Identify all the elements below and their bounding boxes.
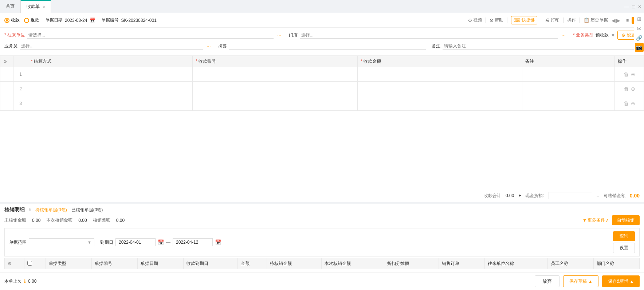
- row-2-remark[interactable]: [522, 82, 614, 96]
- summary-input[interactable]: [229, 43, 426, 50]
- verify-settings-button[interactable]: 设置: [613, 243, 635, 253]
- table-settings-icon[interactable]: ⚙: [3, 59, 7, 64]
- query-button[interactable]: 查询: [613, 231, 635, 241]
- summary-row: 收款合计 0.00 + 现金折扣: = 可核销金额 0.00: [0, 189, 644, 202]
- pending-tag[interactable]: 待核销单据(0笔): [35, 207, 67, 213]
- col-remark: 备注: [522, 56, 614, 67]
- row-2-delete-icon[interactable]: 🗑: [624, 86, 629, 92]
- save-new-button[interactable]: 保存&新增 ▲: [602, 275, 640, 287]
- vcol-due-date: 收款到期日: [184, 258, 238, 269]
- range-select[interactable]: [29, 238, 94, 246]
- toolbar-action[interactable]: 操作: [567, 17, 576, 23]
- view-list-icon[interactable]: ≡: [624, 17, 631, 24]
- row-2-account[interactable]: [193, 82, 357, 96]
- save-draft-button[interactable]: 保存草稿 ▲: [563, 275, 598, 287]
- settings-gear-icon: ⚙: [621, 33, 625, 38]
- remark-input[interactable]: [443, 43, 640, 50]
- remark-label: 备注: [432, 43, 440, 49]
- sidebar-link-icon[interactable]: 🔗: [635, 34, 644, 42]
- toolbar-print[interactable]: 🖨 打印: [545, 17, 559, 23]
- row-3-account[interactable]: [193, 96, 357, 111]
- due-date-to-calendar-icon[interactable]: 📅: [215, 239, 221, 245]
- due-date-from-input[interactable]: [115, 238, 156, 246]
- tab-home[interactable]: 首页: [0, 0, 20, 13]
- bill-no-value: SK-20230324-001: [121, 18, 156, 23]
- nav-next-icon[interactable]: ▶: [616, 17, 620, 23]
- row-3-actions: 🗑 ⊕: [615, 96, 644, 111]
- close-icon[interactable]: ×: [638, 4, 641, 9]
- divider-3: [541, 17, 541, 23]
- row-2-amount[interactable]: [357, 82, 522, 96]
- row-3-remark[interactable]: [522, 96, 614, 111]
- due-date-from-calendar-icon[interactable]: 📅: [158, 239, 164, 245]
- counterparty-field: * 往来单位 ···: [4, 32, 283, 39]
- current-verify-label: 本次核销金额: [46, 217, 72, 223]
- radio-receive-label: 收款: [11, 17, 20, 23]
- row-3-settlement[interactable]: [28, 96, 193, 111]
- receipt-table-section: ⚙ 结算方式 收款账号 收款金额 备注 操作 1: [0, 56, 644, 189]
- save-new-arrow-icon: ▲: [630, 279, 634, 283]
- summary-field: 摘要: [218, 43, 426, 50]
- verify-info-icon[interactable]: ℹ: [29, 207, 31, 212]
- col-amount: 收款金额: [357, 56, 522, 67]
- nav-prev-icon[interactable]: ◀: [612, 17, 616, 23]
- sidebar-table-icon[interactable]: ⊞: [635, 15, 644, 23]
- business-type-dropdown-icon[interactable]: ▼: [611, 33, 615, 38]
- row-3-gear: [0, 96, 13, 111]
- counterparty-input[interactable]: [27, 32, 274, 39]
- counterparty-more-icon[interactable]: ···: [276, 32, 283, 38]
- row-1-account[interactable]: [193, 67, 357, 82]
- vcol-sales-order: 销售订单: [439, 258, 484, 269]
- row-1-delete-icon[interactable]: 🗑: [624, 71, 629, 77]
- tab-receipt-label: 收款单: [27, 4, 40, 10]
- bill-date-calendar-icon[interactable]: 📅: [89, 17, 95, 23]
- store-input[interactable]: [300, 32, 558, 39]
- row-3-amount[interactable]: [357, 96, 522, 111]
- store-more-icon[interactable]: ···: [560, 32, 567, 38]
- row-1-copy-icon[interactable]: ⊕: [631, 71, 635, 77]
- sidebar-mail-icon[interactable]: ✉: [635, 24, 644, 33]
- auto-verify-button[interactable]: 自动核销: [612, 215, 640, 225]
- done-tag[interactable]: 已核销单据(0笔): [71, 207, 103, 213]
- toolbar-shortcut[interactable]: ⌨ 快捷键: [511, 16, 537, 24]
- verify-table-settings-icon[interactable]: ⚙: [8, 261, 12, 266]
- row-1-num: 1: [13, 67, 28, 82]
- discount-input[interactable]: [549, 192, 592, 199]
- minimize-icon[interactable]: —: [624, 4, 629, 9]
- tab-close-icon[interactable]: ×: [43, 5, 45, 9]
- maximize-icon[interactable]: □: [632, 4, 635, 9]
- row-1-amount[interactable]: [357, 67, 522, 82]
- row-3-num: 3: [13, 96, 28, 111]
- verify-stats: 未核销金额 0.00 本次核销金额 0.00 核销差额 0.00 ▼ 更多条件 …: [4, 215, 640, 225]
- row-1-settlement[interactable]: [28, 67, 193, 82]
- sidebar-camera-icon[interactable]: 📷: [635, 43, 644, 52]
- verify-select-all-checkbox[interactable]: [27, 261, 32, 266]
- row-3-copy-icon[interactable]: ⊕: [631, 101, 635, 106]
- plus-sign: +: [518, 193, 521, 198]
- footer-info-icon[interactable]: ℹ: [24, 279, 26, 284]
- abandon-button[interactable]: 放弃: [535, 275, 559, 287]
- footer-right: 放弃 保存草稿 ▲ 保存&新增 ▲: [535, 275, 640, 287]
- save-draft-label: 保存草稿: [569, 278, 587, 285]
- row-1-remark[interactable]: [522, 67, 614, 82]
- toolbar-video[interactable]: ⊙ 视频: [468, 17, 482, 23]
- vcol-staff: 员工名称: [547, 258, 593, 269]
- table-row: 3 🗑 ⊕: [0, 96, 644, 111]
- radio-refund[interactable]: 退款: [24, 17, 39, 23]
- staff-label: 业务员: [4, 43, 17, 49]
- tab-receipt[interactable]: 收款单 ×: [20, 0, 51, 13]
- col-account: 收款账号: [193, 56, 357, 67]
- staff-more-icon[interactable]: ···: [205, 43, 212, 49]
- row-2-copy-icon[interactable]: ⊕: [631, 86, 635, 92]
- staff-input[interactable]: [20, 43, 203, 50]
- toolbar-history[interactable]: 📋 历史单据: [584, 17, 608, 23]
- row-3-delete-icon[interactable]: 🗑: [624, 101, 629, 106]
- toolbar-help[interactable]: ⊙ 帮助: [490, 17, 503, 23]
- more-conditions-btn[interactable]: ▼ 更多条件 ∧: [582, 217, 609, 223]
- toolbar-shortcut-label: 快捷键: [522, 17, 535, 23]
- radio-receive[interactable]: 收款: [4, 17, 20, 23]
- radio-refund-dot: [24, 18, 29, 23]
- chevron-up-icon: ∧: [606, 218, 609, 223]
- due-date-to-input[interactable]: [173, 238, 213, 246]
- row-2-settlement[interactable]: [28, 82, 193, 96]
